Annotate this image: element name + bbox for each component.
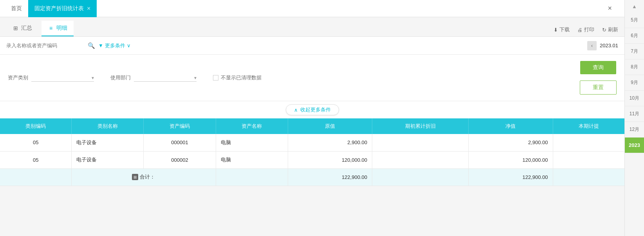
table-container: 类别编码 类别名称 资产编码 资产名称 原值 期初累计折旧 净值 本期计提 05… <box>0 118 624 186</box>
refresh-icon: ↻ <box>602 27 606 33</box>
total-text: 合计： <box>140 173 155 181</box>
search-icon: 🔍 <box>88 42 95 49</box>
search-input[interactable] <box>6 43 85 48</box>
cell-category-name: 电子设备 <box>72 151 144 168</box>
main-content: 首页 固定资产折旧统计表 × × ⊞ 汇总 ≡ 明细 ⬇ 下载 <box>0 0 624 236</box>
cell-original-value: 2,900.00 <box>288 134 372 151</box>
cell-current-depreciation <box>553 151 624 168</box>
collapse-up-icon: ∧ <box>294 107 298 113</box>
cell-net-value: 120,000.00 <box>469 151 553 168</box>
col-asset-code: 资产编码 <box>144 118 216 134</box>
month-11[interactable]: 11月 <box>625 106 644 122</box>
month-10[interactable]: 10月 <box>625 91 644 106</box>
detail-icon: ≡ <box>48 25 54 31</box>
col-original-value: 原值 <box>288 118 372 134</box>
cell-asset-name: 电脑 <box>216 134 288 151</box>
col-category-name: 类别名称 <box>72 118 144 134</box>
table-row[interactable]: 05 电子设备 000001 电脑 2,900.00 2,900.00 <box>0 134 624 151</box>
prev-period-button[interactable]: ‹ <box>587 41 597 50</box>
col-current-depreciation: 本期计提 <box>553 118 624 134</box>
reset-button[interactable]: 重置 <box>580 80 617 95</box>
cell-net-value: 2,900.00 <box>469 134 553 151</box>
tab-detail-label: 明细 <box>56 25 67 32</box>
month-6[interactable]: 6月 <box>625 28 644 44</box>
filter-icon: ▼ <box>98 43 103 48</box>
table-row[interactable]: 05 电子设备 000002 电脑 120,000.00 120,000.00 <box>0 151 624 168</box>
filter-row: 资产类别 ▼ 使用部门 ▼ 不显示已清理数据 查询 重置 <box>8 61 617 95</box>
total-label: ⊞ 合计： <box>76 173 211 181</box>
department-group: 使用部门 ▼ <box>110 74 197 82</box>
cell-original-value: 120,000.00 <box>288 151 372 168</box>
search-bar-right: ‹ 2023.01 <box>587 41 618 50</box>
asset-type-arrow-icon: ▼ <box>91 76 95 80</box>
cell-category-code: 05 <box>0 151 72 168</box>
cell-asset-name: 电脑 <box>216 151 288 168</box>
toolbar-right: ⬇ 下载 🖨 打印 ↻ 刷新 <box>554 26 618 36</box>
month-5[interactable]: 5月 <box>625 13 644 28</box>
tab-detail[interactable]: ≡ 明细 <box>41 21 74 36</box>
total-label-cell: ⊞ 合计： <box>72 168 216 186</box>
tab-summary[interactable]: ⊞ 汇总 <box>6 21 38 36</box>
nav-tab-active[interactable]: 固定资产折旧统计表 × <box>28 0 97 17</box>
total-icon: ⊞ <box>132 174 138 180</box>
col-asset-name: 资产名称 <box>216 118 288 134</box>
total-empty-name <box>216 168 288 186</box>
refresh-label: 刷新 <box>608 26 618 33</box>
filter-label: 更多条件 <box>105 42 125 49</box>
cell-accumulated-depreciation <box>372 134 468 151</box>
btn-group: 查询 重置 <box>580 61 617 95</box>
data-table: 类别编码 类别名称 资产编码 资产名称 原值 期初累计折旧 净值 本期计提 05… <box>0 118 624 186</box>
date-label: 2023.01 <box>600 43 618 48</box>
summary-icon: ⊞ <box>13 25 19 31</box>
hide-cleared-group: 不显示已清理数据 <box>213 74 262 81</box>
col-net-value: 净值 <box>469 118 553 134</box>
scroll-up-button[interactable]: ▲ <box>625 0 644 13</box>
right-sidebar: ▲ 5月 6月 7月 8月 9月 10月 11月 12月 2023 <box>624 0 644 236</box>
total-net-value: 122,900.00 <box>469 168 553 186</box>
print-icon: 🖨 <box>577 27 583 33</box>
cell-asset-code: 000001 <box>144 134 216 151</box>
total-accumulated <box>372 168 468 186</box>
month-9[interactable]: 9月 <box>625 75 644 91</box>
collapse-label: 收起更多条件 <box>300 106 331 113</box>
department-arrow-icon: ▼ <box>193 76 197 80</box>
col-category-code: 类别编码 <box>0 118 72 134</box>
refresh-button[interactable]: ↻ 刷新 <box>602 26 618 33</box>
cell-current-depreciation <box>553 134 624 151</box>
filter-chevron-icon: ∨ <box>127 43 131 48</box>
table-header-row: 类别编码 类别名称 资产编码 资产名称 原值 期初累计折旧 净值 本期计提 <box>0 118 624 134</box>
window-close-button[interactable]: × <box>601 4 618 13</box>
month-12[interactable]: 12月 <box>625 122 644 138</box>
download-icon: ⬇ <box>554 27 558 33</box>
department-select[interactable] <box>134 74 197 82</box>
download-label: 下载 <box>559 26 570 33</box>
collapse-row: ∧ 收起更多条件 <box>0 101 624 118</box>
month-7[interactable]: 7月 <box>625 44 644 59</box>
query-button[interactable]: 查询 <box>580 61 616 74</box>
year-badge[interactable]: 2023 <box>625 138 644 153</box>
top-nav: 首页 固定资产折旧统计表 × × <box>0 0 624 17</box>
filter-button[interactable]: ▼ 更多条件 ∨ <box>98 42 131 49</box>
asset-type-select[interactable] <box>31 74 94 82</box>
col-accumulated-depreciation: 期初累计折旧 <box>372 118 468 134</box>
department-label: 使用部门 <box>110 74 131 81</box>
cell-asset-code: 000002 <box>144 151 216 168</box>
asset-type-label: 资产类别 <box>8 74 28 81</box>
total-original-value: 122,900.00 <box>288 168 372 186</box>
print-label: 打印 <box>584 26 594 33</box>
hide-cleared-label: 不显示已清理数据 <box>221 74 262 81</box>
hide-cleared-checkbox[interactable] <box>213 75 218 80</box>
nav-home[interactable]: 首页 <box>6 5 27 12</box>
asset-type-group: 资产类别 ▼ <box>8 74 95 82</box>
total-current-depreciation <box>553 168 624 186</box>
month-8[interactable]: 8月 <box>625 59 644 75</box>
cell-category-name: 电子设备 <box>72 134 144 151</box>
nav-tab-label: 固定资产折旧统计表 <box>34 5 84 12</box>
nav-tab-close[interactable]: × <box>87 5 90 12</box>
search-bar: 🔍 ▼ 更多条件 ∨ ‹ 2023.01 <box>0 37 624 55</box>
collapse-button[interactable]: ∧ 收起更多条件 <box>286 104 339 115</box>
download-button[interactable]: ⬇ 下载 <box>554 26 570 33</box>
print-button[interactable]: 🖨 打印 <box>577 26 594 33</box>
tab-summary-label: 汇总 <box>21 25 32 32</box>
cell-accumulated-depreciation <box>372 151 468 168</box>
